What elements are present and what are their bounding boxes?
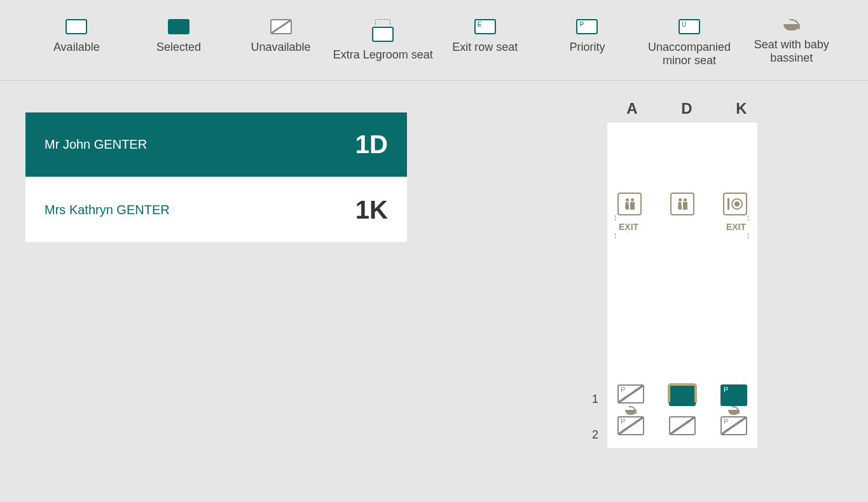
legend-label: Unaccompanied minor seat [638,41,740,67]
passenger-name: Mrs Kathryn GENTER [45,203,170,217]
bassinet-row [617,406,747,416]
legend-label: Priority [569,41,605,54]
legend-label: Unavailable [251,41,311,54]
legend-unaccompanied: U Unaccompanied minor seat [638,19,740,67]
legend-selected: Selected [128,19,230,54]
seat-row-2: P P [617,416,747,435]
galley-icon [723,193,747,215]
passenger-seat: 1D [355,130,388,159]
extra-legroom-icon [372,19,394,42]
lavatory-icon [617,193,642,215]
column-headers: A D K [607,100,766,118]
exit-row-seat-icon: E [474,19,496,34]
seat-row-1: P P [617,384,747,404]
seat-tag: P [723,417,729,425]
legend-exit-row: E Exit row seat [434,19,536,54]
seat-2d[interactable] [669,416,696,435]
legend-label: Seat with baby bassinet [741,38,843,65]
exit-label-left: EXIT [617,222,640,232]
legend-bassinet: Seat with baby bassinet [741,19,843,65]
selected-seat-icon [168,19,189,34]
exit-label-right: EXIT [725,222,747,232]
seat-2k[interactable]: P [720,416,747,435]
seat-tag: P [723,386,729,393]
available-seat-icon [65,19,87,34]
unavailable-seat-icon [270,19,292,34]
column-k: K [728,100,755,118]
seat-legend: Available Selected Unavailable Extra Leg… [0,0,868,81]
seat-2a[interactable]: P [617,416,644,435]
priority-seat-icon: P [576,19,598,34]
legend-priority: P Priority [536,19,638,54]
seat-map: 1 2 A D K [592,100,843,448]
legend-label: Available [53,41,100,54]
exit-row: EXIT EXIT [617,222,747,232]
legend-extra-legroom: Extra Legroom seat [332,19,434,62]
lavatory-icon [670,193,694,215]
bassinet-indicator [720,406,747,416]
column-d: D [673,100,700,118]
amenities-row [617,193,747,215]
seat-1a[interactable]: P [617,384,644,404]
bassinet-icon [782,19,801,32]
legend-available: Available [25,19,127,54]
unaccompanied-seat-icon: U [679,19,700,34]
legend-unavailable: Unavailable [230,19,332,54]
seat-tag: P [620,417,626,425]
passenger-list: Mr John GENTER 1D Mrs Kathryn GENTER 1K [25,112,407,448]
row-labels: 1 2 [592,100,598,448]
row-label-2: 2 [592,424,598,445]
legend-label: Selected [156,41,201,54]
passenger-name: Mr John GENTER [45,137,147,152]
column-a: A [619,100,645,118]
seat-1k[interactable]: P [720,384,747,404]
cabin-column: A D K EXIT EXIT [607,100,766,448]
seat-letter: E [478,21,482,28]
seat-1d[interactable] [669,384,696,404]
row-label-1: 1 [592,389,598,409]
main-area: Mr John GENTER 1D Mrs Kathryn GENTER 1K … [0,81,868,467]
cabin: EXIT EXIT P P [607,123,757,448]
bassinet-indicator [617,406,644,416]
seat-letter: U [682,21,686,28]
passenger-seat: 1K [355,196,388,224]
seat-tag: P [620,386,626,393]
passenger-card-1[interactable]: Mr John GENTER 1D [25,112,407,177]
passenger-card-2[interactable]: Mrs Kathryn GENTER 1K [25,178,407,242]
seat-letter: P [579,21,584,28]
legend-label: Extra Legroom seat [333,48,433,62]
legend-label: Exit row seat [452,41,518,54]
